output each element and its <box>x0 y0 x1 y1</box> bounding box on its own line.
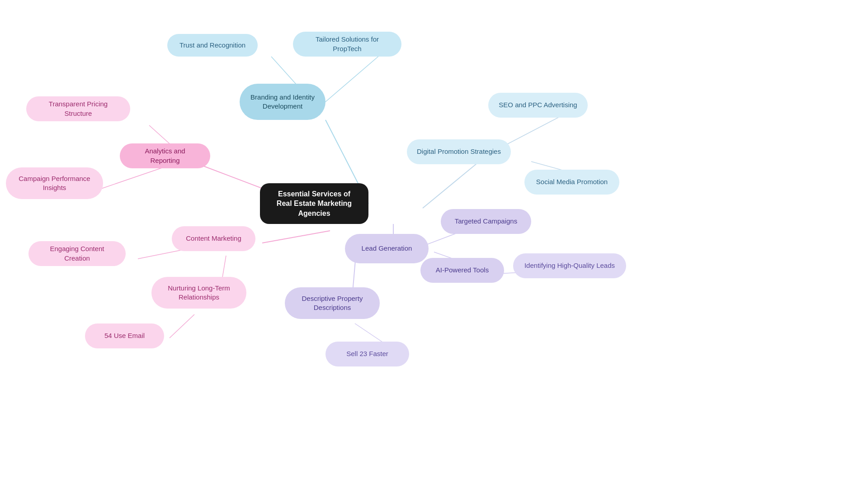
svg-line-13 <box>262 231 330 243</box>
campaign-node: Campaign Performance Insights <box>6 167 103 199</box>
center-node: Essential Services of Real Estate Market… <box>260 183 368 224</box>
leadgen-node: Lead Generation <box>345 234 429 263</box>
descriptive-node: Descriptive Property Descriptions <box>285 287 380 319</box>
digital-node: Digital Promotion Strategies <box>407 139 511 164</box>
svg-line-16 <box>170 314 194 338</box>
seo-node: SEO and PPC Advertising <box>488 93 588 118</box>
transparent-node: Transparent Pricing Structure <box>26 96 130 121</box>
engaging-node: Engaging Content Creation <box>28 241 126 266</box>
nurturing-node: Nurturing Long-Term Relationships <box>151 277 246 309</box>
content-node: Content Marketing <box>172 226 255 251</box>
svg-line-18 <box>355 323 385 344</box>
svg-line-5 <box>97 166 167 190</box>
social-node: Social Media Promotion <box>524 170 619 195</box>
aipowered-node: AI-Powered Tools <box>420 258 504 283</box>
targeted-node: Targeted Campaigns <box>441 209 531 234</box>
analytics-node: Analytics and Reporting <box>120 143 210 168</box>
tailored-node: Tailored Solutions for PropTech <box>293 32 401 57</box>
svg-line-6 <box>423 162 479 208</box>
email-node: 54 Use Email <box>85 323 164 348</box>
sell-node: Sell 23 Faster <box>326 342 409 366</box>
branding-node: Branding and Identity Development <box>240 84 326 120</box>
svg-line-2 <box>326 55 380 102</box>
identifying-node: Identifying High-Quality Leads <box>513 253 626 278</box>
trust-node: Trust and Recognition <box>167 34 258 57</box>
